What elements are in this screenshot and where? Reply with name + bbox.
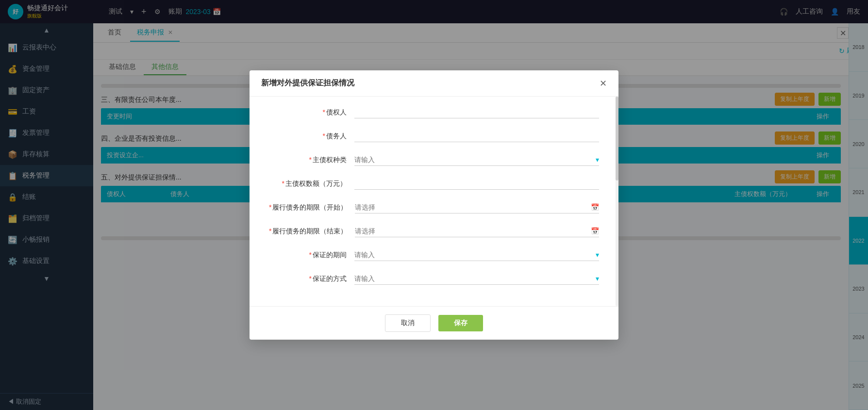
select-guarantee-method[interactable]: ▾ (354, 273, 599, 285)
input-term-end[interactable] (355, 227, 591, 235)
modal-footer: 取消 保存 (250, 306, 618, 340)
modal-header: 新增对外提供保证担保情况 ✕ (250, 70, 618, 97)
dropdown-arrow-claim-type[interactable]: ▾ (596, 156, 599, 164)
modal-close-button[interactable]: ✕ (600, 79, 607, 88)
modal-dialog: 新增对外提供保证担保情况 ✕ *债权人 *债务人 (250, 70, 618, 340)
input-claim-amount[interactable] (354, 178, 599, 190)
date-term-start[interactable]: 📅 (355, 201, 599, 213)
form-row-term-start: *履行债务的期限（开始） 📅 (269, 201, 599, 213)
select-guarantee-period[interactable]: ▾ (354, 249, 599, 261)
modal-title: 新增对外提供保证担保情况 (261, 78, 354, 88)
calendar-icon-start[interactable]: 📅 (591, 203, 599, 211)
input-guarantee-method[interactable] (354, 275, 596, 282)
label-claim-amount: *主债权数额（万元） (269, 180, 347, 188)
form-row-guarantee-period: *保证的期间 ▾ (269, 249, 599, 261)
form-row-claim-type: *主债权种类 ▾ (269, 154, 599, 166)
label-term-start: *履行债务的期限（开始） (269, 203, 347, 212)
label-claim-type: *主债权种类 (269, 156, 347, 164)
modal-body: *债权人 *债务人 *主债权种类 ▾ (250, 97, 618, 306)
save-button[interactable]: 保存 (438, 315, 483, 331)
form-row-debtor: *债务人 (269, 130, 599, 142)
calendar-icon-end[interactable]: 📅 (591, 227, 599, 235)
input-claim-type[interactable] (354, 156, 596, 164)
dropdown-arrow-guarantee-period[interactable]: ▾ (596, 251, 599, 259)
label-guarantee-period: *保证的期间 (269, 251, 347, 260)
date-term-end[interactable]: 📅 (355, 225, 599, 237)
dropdown-arrow-guarantee-method[interactable]: ▾ (596, 275, 599, 282)
input-term-start[interactable] (355, 203, 591, 211)
label-guarantee-method: *保证的方式 (269, 275, 347, 283)
label-creditor: *债权人 (269, 108, 347, 117)
modal-overlay: 新增对外提供保证担保情况 ✕ *债权人 *债务人 (0, 0, 868, 410)
input-guarantee-period[interactable] (354, 251, 596, 259)
form-row-guarantee-method: *保证的方式 ▾ (269, 273, 599, 285)
form-row-term-end: *履行债务的期限（结束） 📅 (269, 225, 599, 237)
label-term-end: *履行债务的期限（结束） (269, 227, 347, 236)
form-row-creditor: *债权人 (269, 106, 599, 118)
form-row-claim-amount: *主债权数额（万元） (269, 178, 599, 190)
label-debtor: *债务人 (269, 132, 347, 141)
cancel-button[interactable]: 取消 (385, 314, 431, 332)
select-claim-type[interactable]: ▾ (354, 154, 599, 166)
input-creditor[interactable] (354, 106, 599, 118)
input-debtor[interactable] (354, 130, 599, 142)
